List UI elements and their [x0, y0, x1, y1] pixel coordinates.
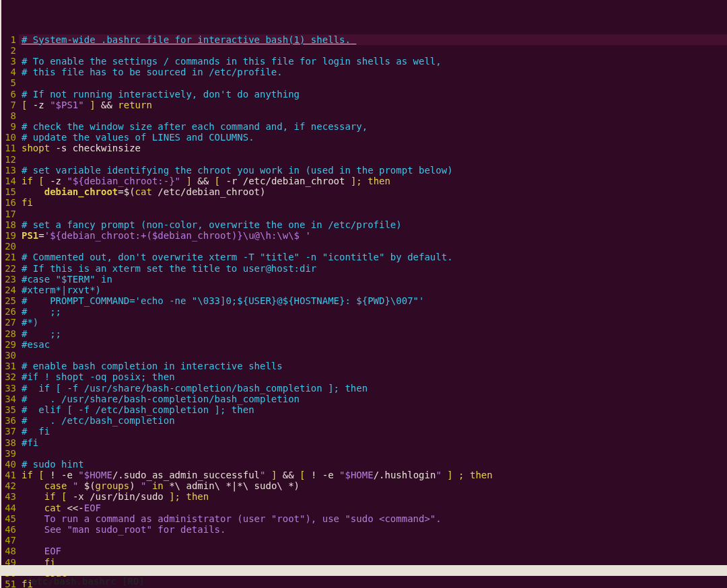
line-number: 24: [0, 285, 19, 295]
line-number: 43: [0, 491, 19, 502]
code-line[interactable]: 6# If not running interactively, don't d…: [0, 89, 727, 100]
code-line[interactable]: 43 if [ -x /usr/bin/sudo ]; then: [0, 491, 727, 502]
code-line[interactable]: 8: [0, 110, 727, 121]
line-content: # ;;: [19, 328, 727, 339]
code-line[interactable]: 4# this file has to be sourced in /etc/p…: [0, 67, 727, 77]
window-divider: [0, 0, 1, 588]
line-content: fi: [19, 197, 727, 208]
line-content: # enable bash completion in interactive …: [19, 361, 727, 371]
line-content: #esac: [19, 339, 727, 350]
code-line[interactable]: 31# enable bash completion in interactiv…: [0, 361, 727, 371]
code-line[interactable]: 15 debian_chroot=$(cat /etc/debian_chroo…: [0, 186, 727, 197]
line-number: 38: [0, 437, 19, 448]
line-content: # this file has to be sourced in /etc/pr…: [19, 67, 727, 77]
code-line[interactable]: 11shopt -s checkwinsize: [0, 143, 727, 153]
code-line[interactable]: 39: [0, 448, 727, 459]
line-number: 32: [0, 371, 19, 382]
code-line[interactable]: 12: [0, 154, 727, 165]
line-content: To run a command as administrator (user …: [19, 513, 727, 524]
line-number: 20: [0, 241, 19, 252]
code-line[interactable]: 17: [0, 209, 727, 219]
code-line[interactable]: 45 To run a command as administrator (us…: [0, 513, 727, 524]
code-line[interactable]: 40# sudo hint: [0, 459, 727, 470]
line-content: shopt -s checkwinsize: [19, 143, 727, 153]
code-line[interactable]: 41if [ ! -e "$HOME/.sudo_as_admin_succes…: [0, 470, 727, 480]
line-content: # sudo hint: [19, 459, 727, 470]
code-line[interactable]: 44 cat <<-EOF: [0, 503, 727, 513]
code-line[interactable]: 23#case "$TERM" in: [0, 274, 727, 285]
code-line[interactable]: 36# . /etc/bash_completion: [0, 415, 727, 426]
vim-editor[interactable]: 1# System-wide .bashrc file for interact…: [0, 0, 727, 588]
code-line[interactable]: 3# To enable the settings / commands in …: [0, 56, 727, 67]
code-line[interactable]: 21# Commented out, don't overwrite xterm…: [0, 252, 727, 262]
line-content: # set variable identifying the chroot yo…: [19, 165, 727, 176]
line-number: 6: [0, 89, 19, 100]
code-line[interactable]: 9# check the window size after each comm…: [0, 121, 727, 132]
line-number: 33: [0, 383, 19, 394]
line-number: 34: [0, 394, 19, 404]
code-area[interactable]: 1# System-wide .bashrc file for interact…: [0, 34, 727, 588]
code-line[interactable]: 38#fi: [0, 437, 727, 448]
line-number: 37: [0, 426, 19, 437]
code-line[interactable]: 28# ;;: [0, 328, 727, 339]
line-number: 48: [0, 546, 19, 556]
line-number: 23: [0, 274, 19, 285]
code-line[interactable]: 5: [0, 77, 727, 88]
code-line[interactable]: 20: [0, 241, 727, 252]
code-line[interactable]: 47: [0, 535, 727, 546]
line-content: # System-wide .bashrc file for interacti…: [19, 34, 727, 45]
line-number: 35: [0, 404, 19, 415]
line-number: 11: [0, 143, 19, 153]
code-line[interactable]: 33# if [ -f /usr/share/bash-completion/b…: [0, 383, 727, 394]
line-number: 42: [0, 480, 19, 491]
line-number: 7: [0, 100, 19, 110]
code-line[interactable]: 14if [ -z "${debian_chroot:-}" ] && [ -r…: [0, 176, 727, 186]
line-content: See "man sudo_root" for details.: [19, 524, 727, 535]
code-line[interactable]: 29#esac: [0, 339, 727, 350]
code-line[interactable]: 7[ -z "$PS1" ] && return: [0, 100, 727, 110]
line-number: 17: [0, 209, 19, 219]
code-line[interactable]: 13# set variable identifying the chroot …: [0, 165, 727, 176]
code-line[interactable]: 42 case " $(groups) " in *\ admin\ *|*\ …: [0, 480, 727, 491]
code-line[interactable]: 16fi: [0, 197, 727, 208]
line-number: 39: [0, 448, 19, 459]
code-line[interactable]: 18# set a fancy prompt (non-color, overw…: [0, 219, 727, 230]
line-number: 46: [0, 524, 19, 535]
code-line[interactable]: 1# System-wide .bashrc file for interact…: [0, 34, 727, 45]
code-line[interactable]: 19PS1='${debian_chroot:+($debian_chroot)…: [0, 230, 727, 241]
code-line[interactable]: 32#if ! shopt -oq posix; then: [0, 371, 727, 382]
code-line[interactable]: 26# ;;: [0, 306, 727, 317]
line-content: # If not running interactively, don't do…: [19, 89, 727, 100]
line-number: 36: [0, 415, 19, 426]
line-content: # elif [ -f /etc/bash_completion ]; then: [19, 404, 727, 415]
line-number: 47: [0, 535, 19, 546]
code-line[interactable]: 34# . /usr/share/bash-completion/bash_co…: [0, 394, 727, 404]
line-number: 8: [0, 110, 19, 121]
code-line[interactable]: 22# If this is an xterm set the title to…: [0, 263, 727, 274]
line-content: # Commented out, don't overwrite xterm -…: [19, 252, 727, 262]
code-line[interactable]: 37# fi: [0, 426, 727, 437]
code-line[interactable]: 2: [0, 45, 727, 56]
line-number: 40: [0, 459, 19, 470]
code-line[interactable]: 35# elif [ -f /etc/bash_completion ]; th…: [0, 404, 727, 415]
line-content: [ -z "$PS1" ] && return: [19, 100, 727, 110]
code-line[interactable]: 10# update the values of LINES and COLUM…: [0, 132, 727, 143]
code-line[interactable]: 27#*): [0, 317, 727, 328]
code-line[interactable]: 24#xterm*|rxvt*): [0, 285, 727, 295]
status-text: /etc/bash.bashrc [RO]: [26, 576, 145, 587]
code-line[interactable]: 48 EOF: [0, 546, 727, 556]
line-content: # ;;: [19, 306, 727, 317]
line-number: 4: [0, 67, 19, 77]
line-number: 27: [0, 317, 19, 328]
line-number: 10: [0, 132, 19, 143]
line-content: case " $(groups) " in *\ admin\ *|*\ sud…: [19, 480, 727, 491]
code-line[interactable]: 30: [0, 350, 727, 361]
line-content: #*): [19, 317, 727, 328]
line-content: if [ -z "${debian_chroot:-}" ] && [ -r /…: [19, 176, 727, 186]
code-line[interactable]: 46 See "man sudo_root" for details.: [0, 524, 727, 535]
line-number: 14: [0, 176, 19, 186]
code-line[interactable]: 25# PROMPT_COMMAND='echo -ne "\033]0;${U…: [0, 295, 727, 306]
line-number: 19: [0, 230, 19, 241]
line-content: if [ ! -e "$HOME/.sudo_as_admin_successf…: [19, 470, 727, 480]
line-number: 2: [0, 45, 19, 56]
